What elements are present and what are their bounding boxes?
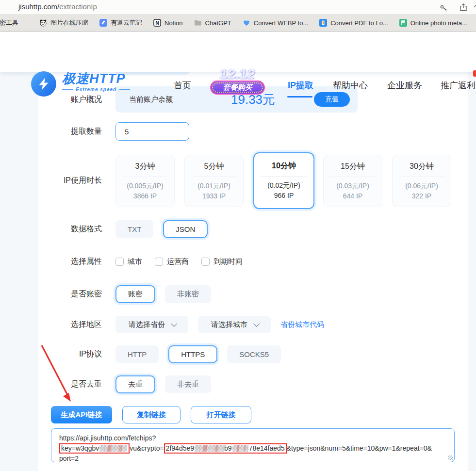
address-bar[interactable]: jisuhttp.com/extractionIp: [18, 2, 97, 11]
photo-meta-icon: [399, 19, 407, 27]
share-icon[interactable]: [459, 3, 468, 12]
auth-option-credentials-selected[interactable]: 账密: [115, 285, 155, 303]
promo-badge-1212[interactable]: 12.12 套餐购买: [210, 67, 265, 95]
bookmark-photo-meta[interactable]: Online photo meta...: [399, 19, 467, 27]
checkbox-box: [201, 258, 210, 266]
url-path: extractionIp: [59, 2, 97, 11]
blue-heart-icon: [243, 19, 250, 27]
duration-label: IP使用时长: [38, 176, 102, 186]
region-label: 选择地区: [38, 320, 102, 330]
actions-row: 生成API链接 复制链接 打开链接: [51, 406, 251, 423]
chevron-down-icon: [253, 321, 260, 327]
nav-ip-extract[interactable]: IP提取: [288, 80, 313, 91]
duration-option-5min[interactable]: 5分钟 (0.01元/IP) 1933 IP: [184, 155, 244, 207]
format-label: 数据格式: [38, 224, 102, 234]
attributes-label: 选择属性: [38, 257, 102, 267]
pdf-converter-icon: [319, 19, 327, 27]
quantity-label: 提取数量: [38, 127, 102, 137]
duration-option-10min-selected[interactable]: 10分钟 (0.02元/IP) 966 IP: [253, 152, 314, 209]
promo-pill: 套餐购买: [210, 81, 265, 95]
bookmark-notion[interactable]: N Notion: [153, 19, 183, 27]
protocol-label: IP协议: [38, 349, 102, 359]
password-key-icon[interactable]: [439, 3, 448, 12]
auth-option-no-credentials[interactable]: 非账密: [165, 285, 211, 303]
panda-icon: [39, 19, 47, 27]
notification-badge: [473, 70, 476, 77]
textarea-resize-handle[interactable]: [448, 455, 453, 460]
checkbox-city[interactable]: 城市: [115, 257, 142, 266]
folder-icon: [194, 19, 202, 27]
balance-label: 当前账户余额: [129, 95, 173, 104]
api-url-textarea[interactable]: https://api.jisuhttp.com/fetchips? key=w…: [51, 428, 455, 462]
notion-icon: N: [153, 19, 161, 27]
lightning-logo-icon: [31, 71, 56, 97]
bookmark-convert-webp[interactable]: Convert WEBP to...: [243, 19, 308, 27]
api-url-line3: port=2: [59, 454, 446, 464]
format-option-json-selected[interactable]: JSON: [163, 220, 208, 238]
logo-title: 极速HTTP: [62, 71, 130, 86]
bookmark-convert-pdf[interactable]: Convert PDF to Lo...: [319, 19, 388, 27]
city-select[interactable]: 请选择城市: [198, 316, 271, 333]
svg-text:N: N: [155, 20, 159, 26]
copy-link-button[interactable]: 复制链接: [122, 406, 181, 423]
attributes-row: 选择属性 城市 运营商 到期时间: [38, 256, 255, 267]
url-host: jisuhttp.com/: [18, 2, 59, 11]
note-pen-icon: [99, 19, 107, 27]
nav-active-underline: [287, 96, 312, 97]
quantity-input[interactable]: [115, 122, 189, 141]
key-highlight-box: key=w3qgbv: [59, 443, 130, 454]
nav-help-center[interactable]: 帮助中心: [333, 80, 368, 91]
protocol-option-socks5[interactable]: SOCKS5: [227, 345, 281, 363]
checkbox-expire-time[interactable]: 到期时间: [201, 257, 243, 266]
blurred-crypto-segment: [232, 445, 248, 452]
province-select[interactable]: 请选择省份: [115, 316, 188, 333]
api-url-line2: key=w3qgbvvu&crypto=2f94d5e9b978e14faed5…: [59, 443, 446, 454]
crypto-highlight-box: 2f94d5e9b978e14faed5: [164, 443, 287, 454]
checkbox-box: [155, 258, 163, 266]
chevron-down-icon: [171, 321, 177, 327]
dedup-row: 是否去重 去重 非去重: [38, 375, 221, 393]
checkbox-carrier[interactable]: 运营商: [155, 257, 189, 266]
bookmark-youdao-note[interactable]: 有道云笔记: [99, 18, 142, 27]
duration-row: IP使用时长 3分钟 (0.005元/IP) 3866 IP 5分钟 (0.01…: [38, 152, 461, 209]
bookmark-chatgpt-folder[interactable]: ChatGPT: [194, 19, 231, 27]
site-header: 极速HTTP Extreme speed 首页 12.12 套餐购买 IP提取 …: [0, 32, 476, 72]
extraction-form-card: 账户概况 当前账户余额 19.33元 充值 提取数量 IP使用时长 3分钟 (0…: [38, 72, 468, 471]
bookmarks-bar: 加密工具 图片在线压缩 有道云笔记 N Notion ChatGPT Conve…: [0, 14, 476, 32]
duration-option-3min[interactable]: 3分钟 (0.005元/IP) 3866 IP: [115, 155, 175, 207]
blurred-key-segment: [99, 445, 127, 452]
duration-option-30min[interactable]: 30分钟 (0.06元/IP) 322 IP: [392, 155, 451, 207]
format-row: 数据格式 TXT JSON: [38, 220, 217, 238]
format-option-txt[interactable]: TXT: [115, 220, 153, 238]
nav-home[interactable]: 首页: [174, 80, 191, 91]
dedup-option-dedup-selected[interactable]: 去重: [115, 375, 155, 393]
nav-referral[interactable]: 推广返利: [441, 80, 476, 91]
province-city-code-link[interactable]: 省份城市代码: [280, 320, 324, 329]
sidebar-icon[interactable]: [473, 3, 476, 12]
auth-row: 是否账密 账密 非账密: [38, 285, 221, 303]
auth-label: 是否账密: [38, 289, 102, 299]
bookmark-encrypt-tool[interactable]: 加密工具: [0, 18, 28, 27]
protocol-row: IP协议 HTTP HTTPS SOCKS5: [38, 345, 291, 363]
protocol-option-https-selected[interactable]: HTTPS: [168, 345, 217, 363]
recharge-button[interactable]: 充值: [314, 92, 350, 107]
open-link-button[interactable]: 打开链接: [191, 406, 251, 423]
blurred-crypto-segment: [195, 445, 224, 452]
promo-date: 12.12: [210, 67, 265, 80]
site-logo[interactable]: 极速HTTP Extreme speed: [31, 71, 130, 97]
duration-option-15min[interactable]: 15分钟 (0.03元/IP) 644 IP: [323, 155, 382, 207]
protocol-option-http[interactable]: HTTP: [115, 345, 159, 363]
browser-url-bar: jisuhttp.com/extractionIp: [0, 0, 476, 14]
region-row: 选择地区 请选择省份 请选择城市 省份城市代码: [38, 316, 324, 333]
dedup-option-no-dedup[interactable]: 非去重: [165, 375, 211, 393]
checkbox-box: [115, 258, 124, 266]
nav-enterprise[interactable]: 企业服务: [387, 80, 422, 91]
dedup-label: 是否去重: [38, 379, 102, 390]
generate-api-link-button[interactable]: 生成API链接: [51, 406, 112, 423]
logo-subtitle: Extreme speed: [62, 87, 130, 92]
bookmark-image-compress[interactable]: 图片在线压缩: [39, 18, 88, 27]
quantity-row: 提取数量: [38, 122, 189, 141]
api-url-line1: https://api.jisuhttp.com/fetchips?: [59, 433, 446, 443]
